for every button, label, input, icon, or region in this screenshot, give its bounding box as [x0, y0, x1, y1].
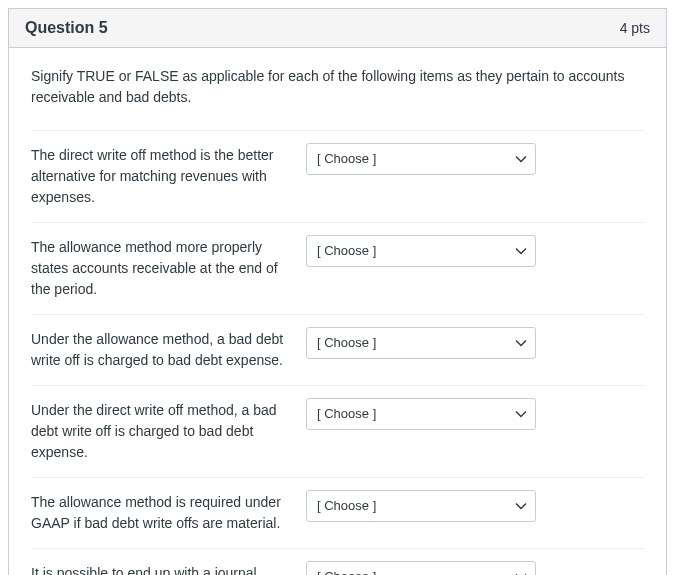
chevron-down-icon	[515, 408, 527, 420]
match-select-wrap: [ Choose ]	[306, 398, 536, 430]
match-row: Under the direct write off method, a bad…	[31, 385, 644, 477]
question-points: 4 pts	[620, 20, 650, 36]
match-select-wrap: [ Choose ]	[306, 561, 536, 575]
answer-select[interactable]: [ Choose ]	[306, 143, 536, 175]
answer-select[interactable]: [ Choose ]	[306, 490, 536, 522]
select-placeholder: [ Choose ]	[317, 498, 376, 513]
match-row: The direct write off method is the bette…	[31, 130, 644, 222]
match-item-text: The allowance method more properly state…	[31, 235, 286, 300]
question-body: Signify TRUE or FALSE as applicable for …	[9, 48, 666, 575]
match-select-wrap: [ Choose ]	[306, 327, 536, 359]
select-placeholder: [ Choose ]	[317, 151, 376, 166]
match-item-text: Under the allowance method, a bad debt w…	[31, 327, 286, 371]
match-select-wrap: [ Choose ]	[306, 235, 536, 267]
match-row: It is possible to end up with a journal …	[31, 548, 644, 575]
chevron-down-icon	[515, 571, 527, 575]
select-placeholder: [ Choose ]	[317, 335, 376, 350]
match-item-text: It is possible to end up with a journal …	[31, 561, 286, 575]
match-row: Under the allowance method, a bad debt w…	[31, 314, 644, 385]
chevron-down-icon	[515, 337, 527, 349]
chevron-down-icon	[515, 245, 527, 257]
match-item-text: Under the direct write off method, a bad…	[31, 398, 286, 463]
question-header: Question 5 4 pts	[9, 9, 666, 48]
match-row: The allowance method more properly state…	[31, 222, 644, 314]
question-card: Question 5 4 pts Signify TRUE or FALSE a…	[8, 8, 667, 575]
select-placeholder: [ Choose ]	[317, 406, 376, 421]
answer-select[interactable]: [ Choose ]	[306, 398, 536, 430]
question-prompt: Signify TRUE or FALSE as applicable for …	[31, 66, 644, 108]
answer-select[interactable]: [ Choose ]	[306, 327, 536, 359]
chevron-down-icon	[515, 500, 527, 512]
answer-select[interactable]: [ Choose ]	[306, 235, 536, 267]
question-title: Question 5	[25, 19, 108, 37]
match-row: The allowance method is required under G…	[31, 477, 644, 548]
match-select-wrap: [ Choose ]	[306, 490, 536, 522]
chevron-down-icon	[515, 153, 527, 165]
match-item-text: The direct write off method is the bette…	[31, 143, 286, 208]
answer-select[interactable]: [ Choose ]	[306, 561, 536, 575]
match-select-wrap: [ Choose ]	[306, 143, 536, 175]
match-item-text: The allowance method is required under G…	[31, 490, 286, 534]
select-placeholder: [ Choose ]	[317, 569, 376, 575]
select-placeholder: [ Choose ]	[317, 243, 376, 258]
